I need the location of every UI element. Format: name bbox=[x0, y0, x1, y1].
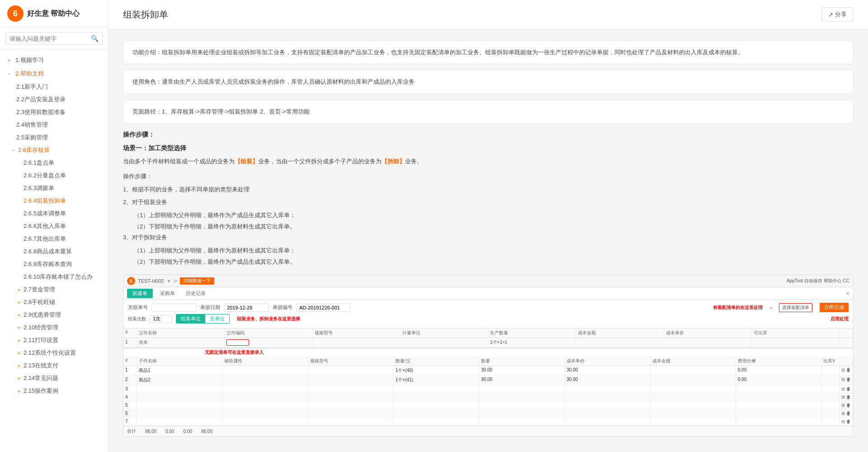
mock-upper-input-red[interactable] bbox=[226, 339, 249, 346]
mock-top-icons: AppTool 自动保存 帮助中心 CC bbox=[787, 278, 849, 284]
search-input[interactable] bbox=[9, 35, 91, 42]
screenshot: 6 TEST-H002 ▼ ⟳ 同期数据一下 AppTool 自动保存 帮助中心… bbox=[123, 275, 854, 437]
path-block: 页面路径：1、库存核算->库存管理->组装拆卸单 2、首页->常用功能 bbox=[123, 100, 854, 124]
sidebar: 6 好生意 帮助中心 🔍 ＋ 1.视频学习 － 2.帮助文档 2.1新手入门 2… bbox=[0, 0, 108, 452]
plus-icon-212: ＋ bbox=[16, 349, 22, 357]
share-label: 分享 bbox=[835, 10, 847, 19]
search-icon[interactable]: 🔍 bbox=[91, 35, 99, 42]
step2-sub1: （1）上部明细为父件明细，最终作为产成品生成其它入库单； bbox=[123, 210, 854, 221]
logo-area: 6 好生意 帮助中心 bbox=[0, 0, 108, 28]
sidebar-item-263[interactable]: 2.6.3调拨单 bbox=[18, 182, 108, 195]
intro-block: 功能介绍：组装拆卸单用来处理企业组装或拆卸等加工业务，支持有固定装配清单的产品加… bbox=[123, 40, 854, 64]
sidebar-item-211[interactable]: ＋ 2.11打印设置 bbox=[11, 334, 108, 347]
annotation-no-bom: 无固定清单可在这里直接录入 bbox=[123, 350, 264, 355]
mock-date-input[interactable] bbox=[224, 304, 269, 312]
sidebar-item-23[interactable]: 2.3使用前数据准备 bbox=[11, 106, 108, 119]
mock-total-4: 88.00 bbox=[201, 429, 212, 434]
mock-form-label1: 关联单号 bbox=[128, 304, 148, 311]
mock-segment-opt2[interactable]: 无单位 bbox=[205, 314, 229, 323]
mock-logo: 6 bbox=[127, 277, 135, 285]
mock-code-input[interactable] bbox=[296, 304, 350, 312]
share-button[interactable]: ↗ 分享 bbox=[821, 7, 854, 22]
mock-association-input[interactable] bbox=[151, 304, 197, 312]
sidebar-item-210[interactable]: ＋ 2.10经营管理 bbox=[11, 321, 108, 334]
mock-lower-row4: 4 ⊙ 🗑 bbox=[123, 393, 853, 401]
page-title: 组装拆卸单 bbox=[123, 9, 168, 21]
role-text: 使用角色：通常由生产人员或库管人员完成拆装业务的操作，库管人员确认原材料的出库和… bbox=[132, 78, 415, 85]
sidebar-item-2610[interactable]: 2.6.10库存账本错了怎么办 bbox=[18, 271, 108, 283]
sidebar-item-265[interactable]: 2.6.5成本调整单 bbox=[18, 207, 108, 220]
upper-col-6: 成本金额 bbox=[576, 328, 664, 338]
search-area: 🔍 bbox=[0, 28, 108, 50]
mock-footer: 合计 88.00 0.00 0.00 88.00 bbox=[123, 426, 853, 436]
sidebar-item-29[interactable]: ＋ 2.9优惠券管理 bbox=[11, 309, 108, 321]
plus-icon-211: ＋ bbox=[16, 337, 22, 344]
mock-form-code-label: 单据编号 bbox=[273, 304, 292, 311]
search-box[interactable]: 🔍 bbox=[5, 32, 103, 45]
sidebar-item-261[interactable]: 2.6.1盘点单 bbox=[18, 157, 108, 169]
share-icon: ↗ bbox=[828, 11, 833, 18]
mock-app: 6 TEST-H002 ▼ ⟳ 同期数据一下 AppTool 自动保存 帮助中心… bbox=[123, 275, 853, 436]
logo-icon: 6 bbox=[7, 5, 24, 22]
nav-sub-26: 2.6.1盘点单 2.6.2分量盘点单 2.6.3调拨单 2.6.4组装拆卸单 … bbox=[11, 157, 108, 283]
mock-lower-row3: 3 ⊙ 🗑 bbox=[123, 385, 853, 393]
sidebar-item-21[interactable]: 2.1新手入门 bbox=[11, 81, 108, 93]
sidebar-item-264[interactable]: 2.6.4组装拆卸单 bbox=[18, 195, 108, 207]
sidebar-item-video[interactable]: ＋ 1.视频学习 bbox=[0, 53, 108, 67]
mock-close-icon[interactable]: ✕ bbox=[846, 291, 849, 296]
minus-icon: － bbox=[5, 70, 13, 77]
ops-title: 操作步骤： bbox=[123, 131, 854, 139]
mock-topbar: 6 TEST-H002 ▼ ⟳ 同期数据一下 AppTool 自动保存 帮助中心… bbox=[123, 275, 853, 287]
sidebar-item-215[interactable]: ＋ 2.15操作案例 bbox=[11, 385, 108, 397]
annotation-type: 组装业务、拆卸业务在这里选择 bbox=[237, 316, 300, 322]
sidebar-item-26-label: 2.6库存核算 bbox=[18, 146, 50, 154]
main-content: 组装拆卸单 ↗ 分享 功能介绍：组装拆卸单用来处理企业组装或拆卸等加工业务，支持… bbox=[108, 0, 868, 452]
mock-tab-purchase[interactable]: 采购单 bbox=[155, 289, 180, 298]
plus-icon-28: ＋ bbox=[16, 299, 22, 306]
plus-icon-29: ＋ bbox=[16, 311, 22, 319]
upper-col-5: 生产数量 bbox=[488, 328, 576, 338]
mock-lower-table: # 子件名称 辅助属性 规格型号 数量/父 数量 成本单价 成本金额 费用分摊 … bbox=[123, 357, 853, 426]
mock-total-3: 0.00 bbox=[184, 429, 192, 434]
mock-lower-row7: 7 ⊙ 🗑 bbox=[123, 418, 853, 426]
arrow-right: → bbox=[768, 305, 774, 311]
sidebar-item-docs[interactable]: － 2.帮助文档 2.1新手入门 2.2产品安装及登录 2.3使用前数据准备 2… bbox=[0, 67, 108, 397]
sidebar-item-26[interactable]: － 2.6库存核算 bbox=[11, 144, 108, 157]
sidebar-item-212[interactable]: ＋ 2.12系统个性化设置 bbox=[11, 347, 108, 359]
sidebar-item-267[interactable]: 2.6.7其他出库单 bbox=[18, 233, 108, 245]
sidebar-item-25[interactable]: 2.5采购管理 bbox=[11, 131, 108, 144]
plus-icon: ＋ bbox=[5, 57, 13, 64]
upper-col-0: # bbox=[123, 328, 137, 338]
upper-col-2: 父件编码 bbox=[225, 328, 312, 338]
keyword-disassemble: 【拆卸】 bbox=[382, 158, 405, 165]
mock-refresh-icon: ⟳ bbox=[174, 279, 177, 284]
sidebar-item-28[interactable]: ＋ 2.8手机旺铺 bbox=[11, 296, 108, 309]
plus-icon-215: ＋ bbox=[16, 387, 22, 395]
mock-tab-new[interactable]: 新建单 bbox=[127, 289, 153, 298]
sidebar-item-24[interactable]: 2.4销售管理 bbox=[11, 119, 108, 131]
app-name: 好生意 帮助中心 bbox=[27, 9, 80, 19]
mock-form-date-label: 单据日期 bbox=[200, 304, 220, 311]
mock-bom-btn[interactable]: 选择装配清单 bbox=[779, 303, 812, 312]
sidebar-item-213[interactable]: ＋ 2.13在线支付 bbox=[11, 359, 108, 372]
sidebar-item-262[interactable]: 2.6.2分量盘点单 bbox=[18, 169, 108, 182]
annotation-enable: 启用处理 bbox=[830, 316, 849, 322]
plus-icon-213: ＋ bbox=[16, 362, 22, 370]
upper-col-3: 规格型号 bbox=[313, 328, 401, 338]
mock-segment-opt1[interactable]: 组装单位 bbox=[176, 314, 205, 323]
sidebar-item-268[interactable]: 2.6.8商品成本重算 bbox=[18, 245, 108, 258]
mock-count-input[interactable] bbox=[150, 315, 172, 323]
sidebar-item-22[interactable]: 2.2产品安装及登录 bbox=[11, 93, 108, 106]
mock-confirm-btn[interactable]: 立即完成 bbox=[820, 303, 849, 312]
mock-tab-history[interactable]: 历史记录 bbox=[180, 289, 211, 298]
plus-icon-210: ＋ bbox=[16, 324, 22, 332]
mock-upper-header: # 父件名称 父件编码 规格型号 计量单位 生产数量 成本金额 成本单价 可出库 bbox=[123, 328, 853, 338]
scenario1-title: 场景一：加工类型选择 bbox=[123, 144, 854, 152]
sidebar-item-27[interactable]: ＋ 2.7资金管理 bbox=[11, 283, 108, 296]
sidebar-item-266[interactable]: 2.6.6其他入库单 bbox=[18, 220, 108, 233]
sidebar-item-269[interactable]: 2.6.9库存账本查询 bbox=[18, 258, 108, 271]
step2-sub2: （2）下部明细为子件明细，最终作为原材料生成其它出库单。 bbox=[123, 221, 854, 233]
mock-sync-btn[interactable]: 同期数据一下 bbox=[180, 277, 214, 285]
mock-company: TEST-H002 bbox=[138, 278, 164, 284]
sidebar-item-214[interactable]: ＋ 2.14常见问题 bbox=[11, 372, 108, 385]
